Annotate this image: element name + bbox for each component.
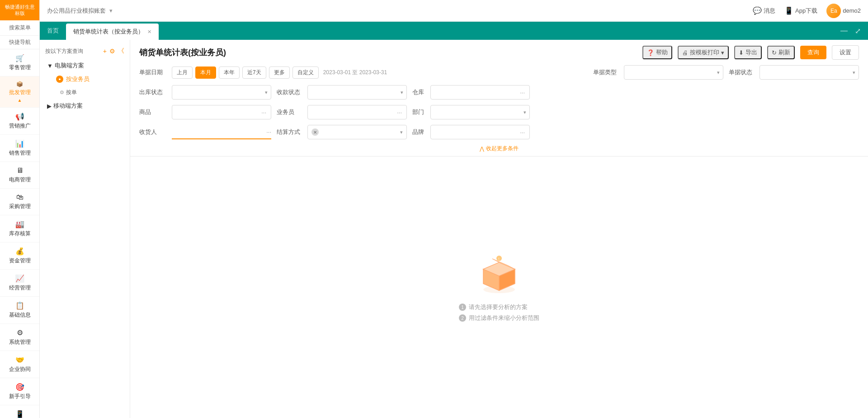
last-month-btn[interactable]: 上月	[172, 66, 193, 79]
tab-sales-stats[interactable]: 销货单统计表（按业务员） ✕	[66, 24, 159, 40]
custom-btn[interactable]: 自定义	[292, 66, 319, 79]
empty-icon: ↑	[474, 251, 524, 296]
salesperson-field[interactable]: ···	[307, 105, 407, 119]
tip-num-2: 2	[459, 314, 466, 322]
receipt-status-wrapper: ▾	[307, 85, 407, 100]
right-panel: 销货单统计表(按业务员) ❓ 帮助 🖨 按模板打印 ▾ ⬇	[130, 40, 868, 418]
chevron-right-icon: ▶	[47, 103, 52, 109]
page-actions: ❓ 帮助 🖨 按模板打印 ▾ ⬇ 导出 ↻	[642, 45, 859, 60]
print-icon: 🖨	[682, 49, 688, 56]
more-btn[interactable]: 更多	[269, 66, 290, 79]
chevron-up-icon: ⋀	[480, 146, 484, 152]
payment-select[interactable]	[321, 129, 397, 136]
settings-btn[interactable]: 设置	[832, 45, 859, 60]
purchase-icon: 🛍	[16, 193, 24, 201]
warehouse-dots[interactable]: ···	[520, 89, 525, 96]
consignee-label: 收货人	[139, 128, 166, 136]
dropdown-icon[interactable]: ▾	[109, 7, 113, 14]
doc-type-select[interactable]	[624, 65, 723, 80]
product-dots[interactable]: ···	[261, 109, 266, 116]
app-download-btn[interactable]: 📱 App下载	[784, 6, 817, 15]
tab-home[interactable]: 首页	[40, 22, 66, 40]
this-month-btn[interactable]: 本月	[195, 66, 216, 79]
scheme-sub-by-order[interactable]: ⚙ 按单	[43, 86, 126, 99]
doc-status-select[interactable]	[760, 65, 859, 80]
add-scheme-btn[interactable]: +	[103, 48, 107, 55]
message-btn[interactable]: 💬 消息	[753, 6, 775, 15]
retail-icon: 🛒	[15, 54, 24, 62]
sidebar-item-newuser[interactable]: 🎯 新手引导	[0, 378, 39, 405]
sidebar-item-sales[interactable]: 📊 销售管理	[0, 135, 39, 162]
sidebar-item-wholesale[interactable]: 📦 批发管理 ▲	[0, 76, 39, 108]
panel-title: 按以下方案查询	[45, 48, 83, 55]
finance-icon: 💰	[15, 247, 24, 256]
page-header: 销货单统计表(按业务员) ❓ 帮助 🖨 按模板打印 ▾ ⬇	[130, 40, 868, 157]
sidebar-item-retail[interactable]: 🛒 零售管理	[0, 49, 39, 76]
brand-dots[interactable]: ···	[520, 129, 525, 136]
maximize-btn[interactable]: ⤢	[853, 27, 863, 35]
collapse-btn[interactable]: ⋀ 收起更多条件	[139, 145, 859, 152]
sidebar-item-purchase[interactable]: 🛍 采购管理	[0, 189, 39, 215]
search-menu[interactable]: 搜索菜单	[0, 20, 39, 36]
sidebar-item-finance[interactable]: 💰 资金管理	[0, 242, 39, 270]
consignee-field[interactable]: ···	[172, 125, 271, 139]
message-icon: 💬	[753, 6, 762, 15]
sidebar-item-inventory[interactable]: 🏭 库存核算	[0, 215, 39, 242]
template-print-btn[interactable]: 🖨 按模板打印 ▾	[678, 46, 729, 59]
avatar: Ea	[826, 4, 841, 18]
this-year-btn[interactable]: 本年	[219, 66, 240, 79]
empty-state: ↑ 1 请先选择要分析的方案 2 用过滤条件来缩小分析范围	[459, 251, 539, 323]
salesperson-dots[interactable]: ···	[397, 109, 402, 116]
apps-icon: 📱	[15, 410, 24, 418]
user-profile[interactable]: Ea demo2	[826, 4, 861, 18]
sidebar-item-basic[interactable]: 📋 基础信息	[0, 297, 39, 324]
refresh-icon: ↻	[772, 49, 777, 56]
payment-clear-btn[interactable]: ✕	[311, 128, 319, 136]
payment-field[interactable]: ✕ ▾	[307, 125, 407, 139]
export-icon: ⬇	[739, 49, 744, 56]
tab-close-btn[interactable]: ✕	[147, 29, 151, 35]
filter-area: 单据日期 上月 本月 本年 近7天 更多 自定义 2023-03-01 至 20…	[139, 65, 859, 152]
sidebar-item-enterprise[interactable]: 🤝 企业协同	[0, 351, 39, 378]
logo-text: 畅捷通好生意 标版	[5, 4, 35, 17]
svg-text:↑: ↑	[498, 256, 500, 261]
date-label: 单据日期	[139, 68, 166, 76]
scheme-item-by-salesperson[interactable]: ● 按业务员	[43, 72, 126, 86]
warehouse-field[interactable]: ···	[430, 85, 530, 100]
query-btn[interactable]: 查询	[800, 46, 826, 59]
sidebar-item-apps[interactable]: 📱 应用中心	[0, 405, 39, 418]
last-7-days-btn[interactable]: 近7天	[242, 66, 266, 79]
receipt-status-select[interactable]	[307, 85, 407, 100]
category-desktop[interactable]: ▼ 电脑端方案	[43, 59, 126, 72]
department-label: 部门	[412, 108, 425, 116]
download-icon: 📱	[784, 6, 793, 15]
refresh-btn[interactable]: ↻ 刷新	[767, 46, 795, 59]
department-select[interactable]	[430, 105, 530, 119]
topbar: 办公用品行业模拟账套 ▾ 💬 消息 📱 App下载 Ea demo2	[40, 0, 868, 22]
help-icon: ❓	[647, 49, 654, 56]
settings-scheme-btn[interactable]: ⚙	[109, 48, 115, 55]
sidebar-item-ecommerce[interactable]: 🖥 电商管理	[0, 162, 39, 189]
help-btn[interactable]: ❓ 帮助	[642, 46, 672, 59]
minimize-btn[interactable]: —	[839, 27, 849, 35]
product-field[interactable]: ···	[172, 105, 271, 119]
sidebar-item-marketing[interactable]: 📢 营销推广	[0, 108, 39, 135]
sidebar-item-system[interactable]: ⚙ 系统管理	[0, 324, 39, 351]
category-mobile[interactable]: ▶ 移动端方案	[43, 99, 126, 113]
payment-label: 结算方式	[277, 128, 302, 136]
brand-field[interactable]: ···	[430, 125, 530, 139]
filter-row-1: 单据日期 上月 本月 本年 近7天 更多 自定义 2023-03-01 至 20…	[139, 65, 859, 80]
left-panel: 按以下方案查询 + ⚙ 《 ▼ 电脑端方案 ● 按业务员 ⚙ 按单	[40, 40, 130, 418]
main-area: 办公用品行业模拟账套 ▾ 💬 消息 📱 App下载 Ea demo2 首页 销货…	[40, 0, 868, 418]
out-status-label: 出库状态	[139, 88, 166, 96]
filter-row-3: 商品 ··· 业务员 ··· 部门 ▾	[139, 105, 859, 119]
date-group: 上月 本月 本年 近7天 更多 自定义 2023-03-01 至 2023-03…	[172, 66, 588, 79]
consignee-dots[interactable]: ···	[266, 128, 271, 135]
collapse-panel-btn[interactable]: 《	[118, 47, 124, 55]
receipt-status-label: 收款状态	[277, 88, 302, 96]
doc-type-wrapper: ▾	[624, 65, 723, 80]
out-status-select[interactable]	[172, 85, 271, 100]
quick-nav[interactable]: 快捷导航	[0, 36, 39, 49]
export-btn[interactable]: ⬇ 导出	[734, 46, 762, 59]
sidebar-item-operations[interactable]: 📈 经营管理	[0, 270, 39, 297]
